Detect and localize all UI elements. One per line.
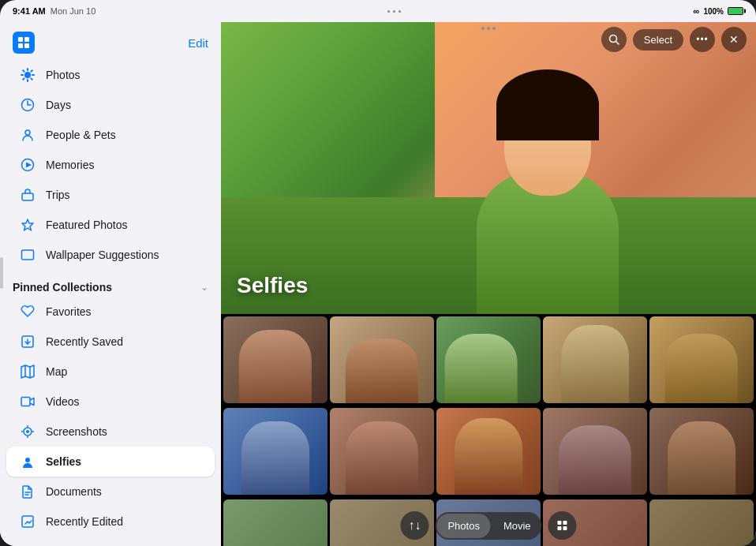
- sidebar-item-memories[interactable]: Memories: [6, 150, 215, 180]
- featured-icon: [19, 216, 36, 234]
- recently-viewed-icon: [19, 543, 36, 546]
- thumb-person-9: [559, 425, 631, 495]
- sidebar-item-selfies[interactable]: Selfies: [6, 447, 215, 477]
- sidebar-photos-label: Photos: [46, 69, 202, 81]
- selfies-icon: [19, 453, 36, 470]
- sidebar-item-recently-viewed[interactable]: Recently Viewed: [6, 537, 215, 546]
- sidebar-recently-edited-label: Recently Edited: [46, 515, 202, 528]
- svg-point-14: [25, 130, 30, 135]
- sidebar-days-label: Days: [46, 99, 202, 111]
- svg-line-12: [23, 78, 24, 79]
- dot-1: [387, 10, 390, 13]
- close-icon: ✕: [729, 33, 739, 46]
- hero-background: Selfies: [221, 22, 756, 314]
- thumbnail-7[interactable]: [330, 408, 434, 495]
- svg-point-4: [24, 72, 31, 78]
- thumbnail-10[interactable]: [649, 408, 754, 495]
- hero-title: Selfies: [237, 273, 308, 298]
- recently-edited-icon: [19, 513, 36, 530]
- thumb-person-5: [665, 334, 738, 403]
- more-dots-icon: •••: [696, 34, 709, 45]
- thumb-person-3: [445, 334, 518, 403]
- thumbnail-9[interactable]: [543, 408, 647, 495]
- thumbnail-6[interactable]: [223, 408, 327, 495]
- select-button[interactable]: Select: [633, 29, 683, 50]
- search-button[interactable]: [601, 27, 627, 52]
- dot-b: [487, 27, 490, 30]
- thumbnail-1[interactable]: [223, 316, 327, 403]
- thumbnail-3[interactable]: [436, 316, 541, 403]
- dot-3: [399, 10, 401, 13]
- sidebar-drag-handle[interactable]: [0, 257, 3, 289]
- sidebar-map-label: Map: [46, 365, 202, 378]
- edit-button[interactable]: Edit: [188, 36, 208, 50]
- sidebar-selfies-label: Selfies: [46, 455, 202, 468]
- trips-icon: [19, 186, 36, 204]
- thumbnails-row-1: [221, 314, 756, 406]
- more-button[interactable]: •••: [690, 27, 715, 52]
- sidebar-item-recently-edited[interactable]: Recently Edited: [6, 507, 215, 537]
- screenshots-icon: [19, 423, 36, 440]
- sidebar-documents-label: Documents: [46, 485, 202, 498]
- right-panel: Select ••• ✕: [221, 22, 756, 546]
- pinned-chevron-icon: ⌄: [200, 282, 208, 293]
- thumbnail-small-5[interactable]: [649, 499, 754, 546]
- sidebar: Edit Photos Days People & Pets: [0, 22, 221, 546]
- main-content: Edit Photos Days People & Pets: [0, 22, 756, 546]
- grid-view-button[interactable]: [548, 511, 577, 540]
- close-button[interactable]: ✕: [721, 27, 747, 52]
- sidebar-item-trips[interactable]: Trips: [6, 180, 215, 210]
- sidebar-item-screenshots[interactable]: Screenshots: [6, 417, 215, 447]
- thumbnail-8[interactable]: [436, 408, 541, 495]
- svg-point-26: [26, 430, 29, 433]
- sort-icon: ↑↓: [408, 518, 421, 533]
- wallpaper-icon: [19, 246, 36, 264]
- status-bar: 9:41 AM Mon Jun 10 ∞ 100%: [0, 0, 756, 22]
- photos-view-button[interactable]: Photos: [436, 514, 490, 538]
- people-icon: [19, 126, 36, 144]
- thumb-person-4: [561, 325, 629, 403]
- sidebar-item-favorites[interactable]: Favorites: [6, 297, 215, 327]
- movie-view-button[interactable]: Movie: [492, 512, 542, 540]
- battery-fill: [728, 8, 743, 14]
- sort-button[interactable]: ↑↓: [400, 511, 429, 540]
- sidebar-recently-saved-label: Recently Saved: [46, 335, 202, 348]
- svg-rect-24: [21, 398, 30, 406]
- sidebar-memories-label: Memories: [46, 159, 202, 171]
- thumb-person-7: [346, 421, 418, 496]
- sidebar-wallpaper-label: Wallpaper Suggestions: [46, 249, 202, 261]
- thumbnail-5[interactable]: [649, 316, 754, 403]
- sidebar-item-days[interactable]: Days: [6, 90, 215, 120]
- sidebar-item-people-pets[interactable]: People & Pets: [6, 120, 215, 150]
- hero-person: [449, 62, 646, 314]
- bottom-controls: ↑↓ Photos Movie: [400, 511, 576, 540]
- sidebar-item-photos[interactable]: Photos: [6, 60, 215, 90]
- svg-rect-17: [22, 193, 33, 200]
- thumbnail-2[interactable]: [330, 316, 434, 403]
- thumb-person-6: [241, 421, 309, 496]
- sidebar-screenshots-label: Screenshots: [46, 425, 202, 438]
- hair: [496, 69, 599, 140]
- svg-rect-2: [18, 43, 23, 48]
- svg-rect-40: [563, 521, 567, 525]
- thumbnail-small-1[interactable]: [223, 499, 327, 546]
- pinned-section-header[interactable]: Pinned Collections ⌄: [0, 270, 221, 297]
- sidebar-item-featured[interactable]: Featured Photos: [6, 210, 215, 240]
- thumb-person-10: [668, 421, 735, 496]
- sidebar-app-icon: [13, 32, 35, 54]
- status-time: 9:41 AM: [13, 6, 46, 16]
- ipad-frame: 9:41 AM Mon Jun 10 ∞ 100%: [0, 0, 756, 546]
- sidebar-people-label: People & Pets: [46, 129, 202, 141]
- svg-point-31: [25, 458, 30, 462]
- sidebar-item-documents[interactable]: Documents: [6, 477, 215, 507]
- status-date: Mon Jun 10: [51, 6, 95, 16]
- status-bar-right: ∞ 100%: [694, 6, 743, 16]
- sidebar-item-recently-saved[interactable]: Recently Saved: [6, 327, 215, 357]
- battery-percent: 100%: [703, 7, 724, 16]
- sidebar-videos-label: Videos: [46, 395, 202, 408]
- sidebar-item-map[interactable]: Map: [6, 357, 215, 387]
- sidebar-item-videos[interactable]: Videos: [6, 387, 215, 417]
- sidebar-item-wallpaper[interactable]: Wallpaper Suggestions: [6, 240, 215, 270]
- thumbnail-4[interactable]: [543, 316, 647, 403]
- sidebar-header: Edit: [0, 22, 221, 60]
